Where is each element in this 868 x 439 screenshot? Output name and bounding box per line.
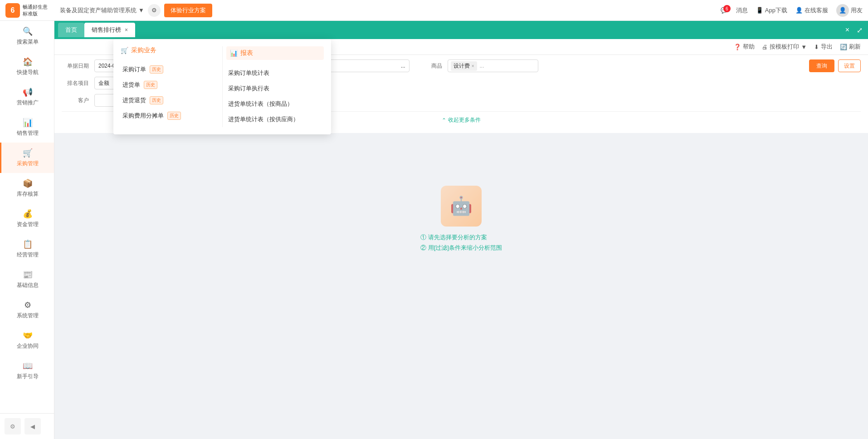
basic-info-icon: 📰 xyxy=(23,270,33,280)
tab-sales-rank[interactable]: 销售排行榜 × xyxy=(84,23,135,37)
purchase-business-col: 🛒 采购业务 采购订单 历史 进货单 历史 进货退货 历史 采购费用分摊单 xyxy=(121,46,219,127)
tab-bar: 首页 销售排行榜 × × ⤢ 🛒 采购业务 采购订单 历史 进货单 xyxy=(54,21,868,39)
sidebar-item-label: 资金管理 xyxy=(17,221,39,228)
logo-area: 6 畅通好生意 标准版 xyxy=(5,3,60,18)
tab-close-icon[interactable]: × xyxy=(125,27,128,33)
avatar: 👤 xyxy=(836,4,849,17)
system-dropdown[interactable]: 装备及固定资产辅助管理系统 ▼ xyxy=(60,6,144,15)
sidebar-collapse-button[interactable]: ◀ xyxy=(24,418,41,434)
stock-return-label: 进货退货 xyxy=(122,96,146,104)
sidebar-item-label: 基础信息 xyxy=(17,281,39,289)
sidebar-settings-button[interactable]: ⚙ xyxy=(5,418,21,434)
print-button[interactable]: 🖨 按模板打印 ▼ xyxy=(762,43,807,51)
reports-col: 📊 报表 采购订单统计表 采购订单执行表 进货单统计表（按商品） 进货单统计表（… xyxy=(226,46,324,127)
gear-icon: ⚙ xyxy=(151,7,157,14)
enterprise-icon: 🤝 xyxy=(23,330,33,340)
help-label: 帮助 xyxy=(743,43,755,51)
sidebar-item-label: 新手引导 xyxy=(17,373,39,380)
purchase-business-title: 🛒 采购业务 xyxy=(121,46,219,56)
dropdown-item-purchase-order-stats[interactable]: 采购订单统计表 xyxy=(226,65,324,81)
online-service-label: 在线客服 xyxy=(805,6,828,15)
tab-close-window-icon[interactable]: × xyxy=(844,24,851,36)
operations-icon: 📋 xyxy=(23,239,33,249)
empty-hint-number1: ① xyxy=(420,234,426,241)
system-selector: 装备及固定资产辅助管理系统 ▼ ⚙ 体验行业方案 xyxy=(60,4,721,17)
dropdown-item-stock-in-stats-supplier[interactable]: 进货单统计表（按供应商） xyxy=(226,112,324,127)
goods-filter-label: 商品 xyxy=(415,62,442,70)
sidebar-item-label: 采购管理 xyxy=(17,160,39,168)
dropdown-item-purchase-expense[interactable]: 采购费用分摊单 历史 xyxy=(121,108,219,123)
dropdown-item-purchase-order-exec[interactable]: 采购订单执行表 xyxy=(226,81,324,96)
goods-filter-input[interactable]: 设计费 × ... xyxy=(448,59,538,72)
sidebar: 🔍 搜索菜单 🏠 快捷导航 📢 营销推广 📊 销售管理 🛒 采购管理 📦 库存核… xyxy=(0,21,54,439)
sidebar-item-inventory[interactable]: 📦 库存核算 xyxy=(0,173,54,203)
goods-tag-close[interactable]: × xyxy=(472,64,474,69)
sidebar-item-label: 搜索菜单 xyxy=(17,38,39,46)
sidebar-item-label: 营销推广 xyxy=(17,99,39,107)
export-label: 导出 xyxy=(821,43,833,51)
dropdown-item-stock-in[interactable]: 进货单 历史 xyxy=(121,77,219,93)
help-icon: ❓ xyxy=(734,44,741,50)
logo-text: 畅通好生意 标准版 xyxy=(23,4,48,17)
collapse-label: 收起更多条件 xyxy=(448,116,481,124)
top-bar-right: 💬 6 消息 📱 App下载 👤 在线客服 👤 用友 xyxy=(721,4,863,17)
sidebar-item-guide[interactable]: 📖 新手引导 xyxy=(0,355,54,386)
print-label: 按模板打印 xyxy=(770,43,799,51)
system-icon: ⚙ xyxy=(24,300,31,310)
tab-sales-rank-label: 销售排行榜 xyxy=(92,26,121,34)
system-title: 装备及固定资产辅助管理系统 xyxy=(60,6,137,15)
capital-icon: 💰 xyxy=(23,209,33,219)
dropdown-item-purchase-order[interactable]: 采购订单 历史 xyxy=(121,62,219,77)
status-more-icon: ... xyxy=(401,63,405,69)
app-download-button[interactable]: 📱 App下载 xyxy=(756,6,787,15)
sidebar-item-purchase[interactable]: 🛒 采购管理 xyxy=(0,143,54,173)
collapse-button[interactable]: ⌃ 收起更多条件 xyxy=(438,114,484,126)
export-button[interactable]: ⬇ 导出 xyxy=(814,43,833,51)
settings-button[interactable]: ⚙ xyxy=(148,4,161,17)
rank-value: 金额 xyxy=(98,79,109,87)
help-button[interactable]: ❓ 帮助 xyxy=(734,43,755,51)
search-button[interactable]: 查询 xyxy=(809,59,834,72)
refresh-button[interactable]: 🔄 刷新 xyxy=(840,43,861,51)
online-service-button[interactable]: 👤 在线客服 xyxy=(795,6,828,15)
dropdown-item-stock-in-stats-goods[interactable]: 进货单统计表（按商品） xyxy=(226,96,324,112)
home-icon: 🏠 xyxy=(23,57,33,67)
user-name: 用友 xyxy=(851,6,863,15)
sidebar-item-basic-info[interactable]: 📰 基础信息 xyxy=(0,264,54,295)
date-filter-label: 单据日期 xyxy=(62,62,89,70)
experience-button[interactable]: 体验行业方案 xyxy=(164,4,212,17)
user-menu[interactable]: 👤 用友 xyxy=(836,4,863,17)
goods-tag-label: 设计费 xyxy=(454,62,470,70)
sidebar-item-label: 库存核算 xyxy=(17,190,39,198)
tab-home-label: 首页 xyxy=(65,26,77,34)
sidebar-item-sales[interactable]: 📊 销售管理 xyxy=(0,112,54,143)
sidebar-item-capital[interactable]: 💰 资金管理 xyxy=(0,203,54,234)
sidebar-item-system[interactable]: ⚙ 系统管理 xyxy=(0,295,54,325)
empty-state: 🤖 ① 请先选择要分析的方案 ② 用[过滤]条件来缩小分析范围 xyxy=(54,133,868,306)
purchase-title-icon: 🛒 xyxy=(121,47,128,54)
settings-button-filter[interactable]: 设置 xyxy=(838,59,861,72)
dropdown-item-stock-return[interactable]: 进货退货 历史 xyxy=(121,93,219,108)
tab-home[interactable]: 首页 xyxy=(58,23,84,37)
sidebar-item-search[interactable]: 🔍 搜索菜单 xyxy=(0,21,54,51)
messages-button[interactable]: 💬 6 xyxy=(721,7,728,14)
print-icon: 🖨 xyxy=(762,44,768,50)
reports-title-icon: 📊 xyxy=(230,49,238,57)
tab-bar-actions: × ⤢ xyxy=(844,24,864,36)
collapse-icon: ⌃ xyxy=(442,117,446,123)
purchase-icon: 🛒 xyxy=(23,148,33,158)
tab-expand-icon[interactable]: ⤢ xyxy=(855,24,864,36)
sidebar-item-label: 系统管理 xyxy=(17,312,39,320)
app-download-label: App下载 xyxy=(765,6,787,15)
sidebar-item-label: 经营管理 xyxy=(17,251,39,259)
messages-label: 消息 xyxy=(736,6,748,15)
sidebar-item-operations[interactable]: 📋 经营管理 xyxy=(0,234,54,264)
inventory-icon: 📦 xyxy=(23,178,33,188)
purchase-expense-label: 采购费用分摊单 xyxy=(122,112,164,120)
reports-title-label: 报表 xyxy=(240,49,253,57)
sidebar-item-marketing[interactable]: 📢 营销推广 xyxy=(0,82,54,112)
chevron-down-icon: ▼ xyxy=(138,7,144,14)
notification-badge: 6 xyxy=(723,5,731,12)
sidebar-item-quick-nav[interactable]: 🏠 快捷导航 xyxy=(0,51,54,82)
sidebar-item-enterprise[interactable]: 🤝 企业协同 xyxy=(0,325,54,355)
